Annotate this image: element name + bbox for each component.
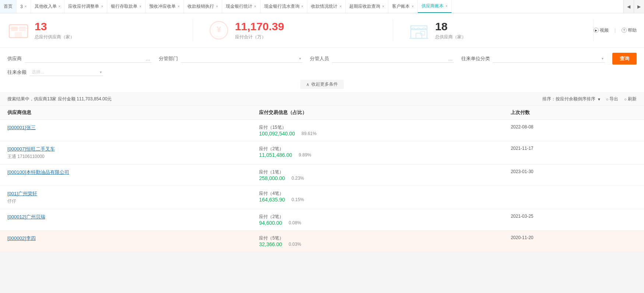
nav-label-bank: 银行存取款单 bbox=[111, 3, 137, 10]
close-icon[interactable]: × bbox=[382, 4, 384, 8]
nav-left-arrow[interactable]: ◀ bbox=[623, 0, 634, 13]
filter-item-balance: 往来余额 ▾ bbox=[7, 68, 103, 76]
svg-rect-3 bbox=[19, 29, 26, 31]
close-icon[interactable]: × bbox=[339, 4, 342, 8]
table-row: [000100]本特勤油品有限公司 应付（1笔） 258,000.00 0.23… bbox=[0, 165, 644, 186]
export-button[interactable]: ○ 导出 bbox=[606, 96, 619, 102]
stat-text-suppliers: 13 总应付供应商（家） bbox=[35, 20, 74, 40]
nav-item-home[interactable]: 首页 bbox=[0, 0, 17, 13]
close-icon[interactable]: × bbox=[25, 4, 27, 8]
close-icon[interactable]: × bbox=[139, 4, 141, 8]
balance-input[interactable] bbox=[29, 68, 100, 76]
supplier-input[interactable] bbox=[25, 55, 145, 62]
nav-label-home: 首页 bbox=[4, 3, 13, 10]
svg-rect-1 bbox=[11, 27, 18, 31]
last-pay-5: 2021-03-25 bbox=[511, 214, 637, 219]
person-input[interactable] bbox=[332, 55, 447, 62]
col-header-lastpay: 上次付数 bbox=[511, 109, 637, 116]
tx-pct-1: 89.61% bbox=[302, 131, 317, 136]
tx-pct-5: 0.08% bbox=[288, 220, 301, 225]
help-link[interactable]: ? 帮助 bbox=[622, 27, 637, 34]
person-input-wrapper: ... bbox=[332, 55, 454, 63]
collapse-button[interactable]: ∧ 收起更多条件 bbox=[300, 80, 344, 89]
nav-item-receipt-stat[interactable]: 收款情况统计 × bbox=[307, 0, 346, 13]
person-ellipsis[interactable]: ... bbox=[447, 56, 454, 62]
supplier-link-1[interactable]: [000001]张三 bbox=[7, 125, 36, 130]
supplier-link-2[interactable]: [000007]恒旺二手叉车 bbox=[7, 146, 55, 152]
last-pay-6: 2020-11-20 bbox=[511, 235, 637, 240]
header-actions: ▶ 视频 | ? 帮助 bbox=[594, 27, 637, 34]
filter-area: 供应商 ... 分管部门 ▾ 分管人员 ... 往来单位分类 bbox=[0, 48, 644, 93]
tx-pct-2: 9.89% bbox=[299, 152, 311, 158]
refresh-icon: ○ bbox=[624, 97, 627, 101]
help-label: 帮助 bbox=[628, 27, 637, 34]
stat-block-amount: ¥ 11,170.39 应付合计（万） bbox=[193, 19, 393, 41]
tx-amount-6: 32,366.00 bbox=[259, 241, 282, 247]
nav-item-supplier-ledger[interactable]: 供应商账本 × bbox=[418, 0, 452, 13]
supplier-link-6[interactable]: [000002]李四 bbox=[7, 235, 36, 241]
sort-select[interactable]: 排序：按应付余额倒序排序 ▾ bbox=[542, 96, 600, 102]
table-row: [001]广州荣轩 仔仔 应付（4笔） 164,635.90 0.15% bbox=[0, 186, 644, 209]
sort-label: 排序：按应付余额倒序排序 bbox=[542, 96, 595, 102]
filter-label-supplier: 供应商 bbox=[7, 55, 22, 62]
last-pay-1: 2022-08-08 bbox=[511, 124, 637, 130]
nav-item-overdue[interactable]: 超期应收款查询 × bbox=[346, 0, 388, 13]
table-row: [000002]李四 应付（5笔） 32,366.00 0.03% 2020-1… bbox=[0, 231, 644, 252]
data-table: 供应商信息 应付交易信息（占比） 上次付数 [000001]张三 应付（15笔）… bbox=[0, 106, 644, 252]
tx-info-6: 应付（5笔） 32,366.00 0.03% bbox=[259, 235, 511, 247]
tx-label-5: 应付（2笔） bbox=[259, 214, 511, 220]
nav-label-other-income: 其他收入单 bbox=[35, 3, 57, 10]
top-navigation: 首页 3 × 其他收入单 × 应收应付调整单 × 银行存取款单 × 预收冲应收单… bbox=[0, 0, 644, 13]
stat-block-suppliers: 13 总应付供应商（家） bbox=[7, 19, 193, 41]
result-bar: 搜索结果中，供应商13家 应付金额 111,703,854.00元 排序：按应付… bbox=[0, 93, 644, 106]
sort-chevron-icon: ▾ bbox=[598, 97, 600, 102]
tx-amount-1: 100,092,540.00 bbox=[259, 131, 295, 137]
table-header: 供应商信息 应付交易信息（占比） 上次付数 bbox=[0, 106, 644, 120]
nav-item-bank[interactable]: 银行存取款单 × bbox=[107, 0, 146, 13]
category-input[interactable] bbox=[493, 55, 602, 62]
close-icon[interactable]: × bbox=[254, 4, 256, 8]
tx-label-1: 应付（15笔） bbox=[259, 124, 511, 131]
filter-row-2: 往来余额 ▾ bbox=[7, 68, 637, 76]
video-link[interactable]: ▶ 视频 bbox=[594, 27, 609, 34]
nav-label-3: 3 bbox=[20, 4, 23, 9]
tx-pct-4: 0.15% bbox=[291, 197, 304, 202]
nav-item-cash-stat[interactable]: 现金银行统计 × bbox=[222, 0, 260, 13]
nav-item-cash-flow[interactable]: 现金银行流水查询 × bbox=[260, 0, 308, 13]
result-summary: 搜索结果中，供应商13家 应付金额 111,703,854.00元 bbox=[7, 96, 112, 102]
filter-label-category: 往来单位分类 bbox=[461, 55, 490, 62]
supplier-ellipsis[interactable]: ... bbox=[145, 56, 151, 62]
supplier-link-3[interactable]: [000100]本特勤油品有限公司 bbox=[7, 169, 69, 175]
close-icon[interactable]: × bbox=[178, 4, 180, 8]
category-chevron-icon: ▾ bbox=[602, 56, 605, 61]
nav-item-advance[interactable]: 预收冲应收单 × bbox=[146, 0, 184, 13]
table-row: [000007]恒旺二手叉车 王通 17106110000 应付（2笔） 11,… bbox=[0, 141, 644, 165]
nav-item-ar-adjust[interactable]: 应收应付调整单 × bbox=[64, 0, 107, 13]
nav-item-3[interactable]: 3 × bbox=[17, 0, 31, 13]
nav-arrows: ◀ ▶ bbox=[623, 0, 644, 13]
close-icon[interactable]: × bbox=[101, 4, 103, 8]
stat-label-suppliers: 总应付供应商（家） bbox=[35, 34, 74, 40]
supplier-info-2: [000007]恒旺二手叉车 王通 17106110000 bbox=[7, 146, 259, 160]
close-icon[interactable]: × bbox=[59, 4, 61, 8]
supplier-link-5[interactable]: [000012]广州贝瑞 bbox=[7, 214, 45, 220]
close-icon[interactable]: × bbox=[412, 4, 414, 8]
tx-amount-2: 11,051,486.00 bbox=[259, 152, 292, 158]
export-icon: ○ bbox=[606, 97, 609, 101]
nav-item-customer-ledger[interactable]: 客户账本 × bbox=[388, 0, 418, 13]
close-icon[interactable]: × bbox=[445, 4, 448, 8]
nav-label-collection: 收款核销执行 bbox=[188, 3, 214, 10]
search-button[interactable]: 查询 bbox=[612, 53, 637, 65]
nav-right-arrow[interactable]: ▶ bbox=[634, 0, 644, 13]
close-icon[interactable]: × bbox=[301, 4, 304, 8]
col-header-supplier: 供应商信息 bbox=[7, 109, 259, 116]
nav-item-other-income[interactable]: 其他收入单 × bbox=[31, 0, 65, 13]
close-icon[interactable]: × bbox=[216, 4, 218, 8]
balance-input-wrapper: ▾ bbox=[29, 68, 103, 76]
dept-input[interactable] bbox=[181, 55, 300, 62]
filter-item-category: 往来单位分类 ▾ bbox=[461, 55, 605, 63]
supplier-link-4[interactable]: [001]广州荣轩 bbox=[7, 191, 37, 196]
nav-item-collection[interactable]: 收款核销执行 × bbox=[184, 0, 222, 13]
refresh-button[interactable]: ○ 刷新 bbox=[624, 96, 637, 102]
filter-item-dept: 分管部门 ▾ bbox=[159, 55, 303, 63]
